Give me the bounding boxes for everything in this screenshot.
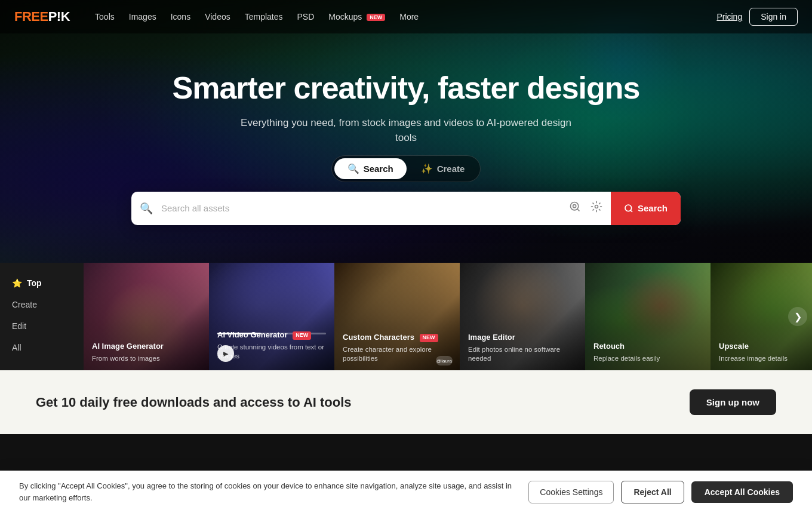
tool-card-image-generator[interactable]: AI Image Generator From words to images xyxy=(84,263,209,370)
search-tab-icon: 🔍 xyxy=(347,163,359,174)
filter-button[interactable] xyxy=(588,198,605,218)
star-icon: ⭐ xyxy=(12,278,22,288)
tool-card-desc-2: Create stunning videos from text or imag… xyxy=(217,343,326,361)
nav-videos[interactable]: Videos xyxy=(199,8,236,25)
hero-tabs: 🔍 Search ✨ Create xyxy=(331,155,481,182)
search-action-buttons xyxy=(561,198,611,218)
signup-cta-text: Get 10 daily free downloads and access t… xyxy=(36,395,352,410)
tool-card-desc-6: Increase image details xyxy=(719,354,812,363)
nav-images[interactable]: Images xyxy=(123,8,162,25)
sidebar-all-label: All xyxy=(12,343,21,352)
tools-cards: AI Image Generator From words to images … xyxy=(84,263,812,370)
nav-links: Tools Images Icons Videos Templates PSD … xyxy=(89,8,716,25)
search-icon: 🔍 xyxy=(131,202,161,215)
signin-button[interactable]: Sign in xyxy=(749,8,798,26)
tool-card-custom-characters[interactable]: @laura Custom Characters NEW Create char… xyxy=(334,263,460,370)
signup-button[interactable]: Sign up now xyxy=(690,389,776,415)
tool-card-desc-5: Replace details easily xyxy=(593,354,702,363)
tool-card-title-1: AI Image Generator xyxy=(92,342,201,352)
tool-card-title-6: Upscale xyxy=(719,342,812,352)
svg-point-0 xyxy=(570,202,578,210)
create-tab-label: Create xyxy=(437,164,465,174)
sidebar-item-all[interactable]: All xyxy=(0,337,84,358)
tool-card-content-5: Retouch Replace details easily xyxy=(585,334,710,370)
tool-card-desc-3: Create character and explore possibiliti… xyxy=(343,345,451,363)
tool-card-content-1: AI Image Generator From words to images xyxy=(84,334,209,370)
nav-templates[interactable]: Templates xyxy=(239,8,289,25)
tools-strip: ⭐ Top Create Edit All AI Image Generator… xyxy=(0,263,812,370)
visual-search-button[interactable] xyxy=(567,198,583,218)
search-input[interactable] xyxy=(161,203,561,213)
search-submit-button[interactable]: Search xyxy=(611,192,681,225)
pricing-link[interactable]: Pricing xyxy=(716,12,742,21)
sidebar-create-label: Create xyxy=(12,300,37,309)
hero-subtitle: Everything you need, from stock images a… xyxy=(239,115,573,146)
nav-tools[interactable]: Tools xyxy=(89,8,121,25)
tool-card-image-editor[interactable]: Image Editor Edit photos online no softw… xyxy=(460,263,585,370)
search-bar: 🔍 xyxy=(131,192,681,225)
create-tab-icon: ✨ xyxy=(421,163,433,174)
custom-char-badge: NEW xyxy=(420,334,438,342)
tool-card-video-generator[interactable]: ▶ AI Video Generator NEW Create stunning… xyxy=(209,263,334,370)
tool-card-retouch[interactable]: Retouch Replace details easily xyxy=(585,263,710,370)
hero-section: Smarter creativity, faster designs Every… xyxy=(0,0,812,263)
search-tab-label: Search xyxy=(364,164,393,174)
tool-card-title-5: Retouch xyxy=(593,342,702,352)
tool-card-title-2: AI Video Generator NEW xyxy=(217,330,326,340)
tool-card-title-4: Image Editor xyxy=(468,333,577,343)
sidebar-top-label: Top xyxy=(27,278,42,288)
tab-create[interactable]: ✨ Create xyxy=(408,158,478,179)
signup-cta-section: Get 10 daily free downloads and access t… xyxy=(0,370,812,434)
tool-card-content-2: AI Video Generator NEW Create stunning v… xyxy=(209,323,334,370)
sidebar-edit-label: Edit xyxy=(12,321,26,331)
svg-point-1 xyxy=(573,205,576,208)
search-submit-icon xyxy=(624,204,633,213)
nav-more[interactable]: More xyxy=(393,8,425,25)
nav-icons[interactable]: Icons xyxy=(165,8,196,25)
hero-content: Smarter creativity, faster designs Every… xyxy=(119,71,693,225)
tool-card-title-3: Custom Characters NEW xyxy=(343,333,451,343)
sidebar-item-top[interactable]: ⭐ Top xyxy=(0,272,84,294)
hero-title: Smarter creativity, faster designs xyxy=(173,71,640,105)
nav-mockups[interactable]: Mockups NEW xyxy=(322,8,391,25)
tool-card-desc-4: Edit photos online no software needed xyxy=(468,345,577,363)
sidebar-item-edit[interactable]: Edit xyxy=(0,315,84,337)
mockups-new-badge: NEW xyxy=(367,14,385,21)
svg-line-5 xyxy=(630,210,632,212)
tool-card-desc-1: From words to images xyxy=(92,354,201,363)
tools-sidebar: ⭐ Top Create Edit All xyxy=(0,263,84,370)
tab-search[interactable]: 🔍 Search xyxy=(334,158,407,179)
tool-card-content-3: Custom Characters NEW Create character a… xyxy=(334,325,460,370)
sidebar-item-create[interactable]: Create xyxy=(0,294,84,315)
tool-card-content-6: Upscale Increase image details xyxy=(710,334,812,370)
svg-point-4 xyxy=(625,205,632,211)
site-logo[interactable]: FREEP!K xyxy=(14,9,70,24)
svg-point-3 xyxy=(595,205,598,208)
tool-card-content-4: Image Editor Edit photos online no softw… xyxy=(460,325,585,370)
search-submit-label: Search xyxy=(638,203,668,213)
video-gen-badge: NEW xyxy=(293,331,311,340)
navbar: FREEP!K Tools Images Icons Videos Templa… xyxy=(0,0,812,33)
tools-next-button[interactable]: ❯ xyxy=(788,307,807,326)
svg-line-2 xyxy=(577,209,580,211)
nav-right: Pricing Sign in xyxy=(716,8,798,26)
nav-psd[interactable]: PSD xyxy=(291,8,321,25)
